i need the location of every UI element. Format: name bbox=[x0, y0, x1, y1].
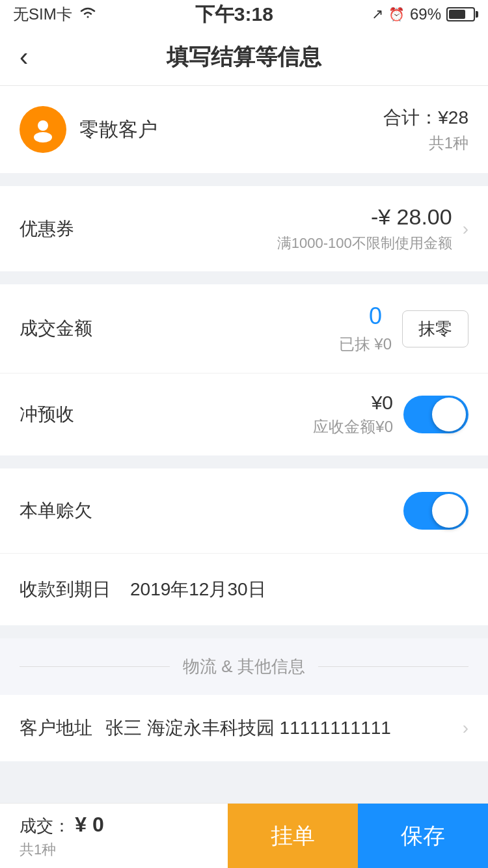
status-bar: 无SIM卡 下午3:18 ↗ ⏰ 69% bbox=[0, 0, 488, 29]
address-chevron-icon: › bbox=[463, 718, 468, 739]
address-section: 客户地址 张三 海淀永丰科技园 11111111111 › bbox=[0, 695, 488, 761]
prereceive-label: 冲预收 bbox=[20, 402, 74, 427]
svg-point-1 bbox=[34, 132, 52, 142]
logistics-label: 物流 & 其他信息 bbox=[183, 655, 305, 678]
wifi-icon bbox=[79, 5, 97, 23]
round-button[interactable]: 抹零 bbox=[402, 310, 468, 347]
save-button[interactable]: 保存 bbox=[358, 804, 488, 869]
coupon-label: 优惠券 bbox=[20, 217, 74, 241]
coupon-discount: -¥ 28.00 bbox=[277, 204, 452, 230]
customer-total: 合计：¥28 bbox=[383, 105, 468, 130]
debt-label: 本单赊欠 bbox=[20, 498, 92, 523]
customer-row: 零散客户 合计：¥28 共1种 bbox=[0, 86, 488, 173]
back-button[interactable]: ‹ bbox=[20, 42, 28, 72]
logistics-header: 物流 & 其他信息 bbox=[0, 638, 488, 695]
location-icon: ↗ bbox=[372, 6, 383, 23]
status-left: 无SIM卡 bbox=[13, 4, 97, 25]
address-label: 客户地址 bbox=[20, 716, 92, 740]
bottom-deal-row: 成交： ¥ 0 bbox=[20, 813, 208, 837]
bottom-bar: 成交： ¥ 0 共1种 挂单 保存 bbox=[0, 803, 488, 868]
customer-name: 零散客户 bbox=[79, 116, 157, 143]
svg-point-0 bbox=[38, 120, 48, 131]
transaction-section: 成交金额 已抹 ¥0 抹零 冲预收 ¥0 应收金额¥0 bbox=[0, 284, 488, 455]
deal-amount: ¥ 0 bbox=[75, 813, 103, 836]
duedate-label: 收款到期日 bbox=[20, 577, 111, 602]
bottom-count: 共1种 bbox=[20, 840, 208, 860]
address-row[interactable]: 客户地址 张三 海淀永丰科技园 11111111111 › bbox=[0, 695, 488, 761]
toggle-knob bbox=[432, 398, 466, 431]
transaction-label: 成交金额 bbox=[20, 316, 92, 341]
debt-section: 本单赊欠 收款到期日 2019年12月30日 bbox=[0, 468, 488, 625]
duedate-value: 2019年12月30日 bbox=[130, 577, 266, 602]
coupon-info: -¥ 28.00 满1000-100不限制使用金额 bbox=[277, 204, 452, 253]
pending-button[interactable]: 挂单 bbox=[228, 804, 358, 869]
battery-icon bbox=[446, 7, 475, 21]
coupon-desc: 满1000-100不限制使用金额 bbox=[277, 234, 452, 253]
battery-fill bbox=[449, 10, 465, 19]
coupon-chevron-icon: › bbox=[463, 219, 468, 239]
address-value: 张三 海淀永丰科技园 11111111111 bbox=[105, 716, 463, 740]
transaction-right: 已抹 ¥0 抹零 bbox=[314, 303, 468, 355]
content: 零散客户 合计：¥28 共1种 优惠券 -¥ 28.00 满1000-100不限… bbox=[0, 86, 488, 852]
transaction-amount-col: 已抹 ¥0 bbox=[314, 303, 392, 355]
sim-label: 无SIM卡 bbox=[13, 4, 72, 25]
transaction-amount-input[interactable] bbox=[314, 303, 392, 330]
battery-percent: 69% bbox=[410, 5, 441, 23]
coupon-row[interactable]: 优惠券 -¥ 28.00 满1000-100不限制使用金额 › bbox=[0, 186, 488, 271]
status-right: ↗ ⏰ 69% bbox=[372, 5, 475, 23]
customer-count: 共1种 bbox=[383, 133, 468, 154]
debt-row: 本单赊欠 bbox=[0, 468, 488, 553]
customer-section: 零散客户 合计：¥28 共1种 bbox=[0, 86, 488, 173]
prereceive-row: 冲预收 ¥0 应收金额¥0 bbox=[0, 373, 488, 455]
status-time: 下午3:18 bbox=[195, 1, 273, 28]
transaction-sub: 已抹 ¥0 bbox=[314, 334, 392, 355]
transaction-row: 成交金额 已抹 ¥0 抹零 bbox=[0, 284, 488, 373]
prereceive-info: ¥0 应收金额¥0 bbox=[313, 392, 393, 437]
debt-toggle-knob bbox=[432, 494, 466, 528]
prereceive-amount: ¥0 bbox=[313, 392, 393, 414]
coupon-section: 优惠券 -¥ 28.00 满1000-100不限制使用金额 › bbox=[0, 186, 488, 271]
logistics-header-line: 物流 & 其他信息 bbox=[20, 655, 468, 678]
prereceive-right: ¥0 应收金额¥0 bbox=[313, 392, 468, 437]
prereceive-toggle[interactable] bbox=[403, 396, 468, 433]
customer-right: 合计：¥28 共1种 bbox=[383, 105, 468, 154]
bottom-info: 成交： ¥ 0 共1种 bbox=[0, 813, 228, 860]
customer-left: 零散客户 bbox=[20, 106, 157, 153]
nav-bar: ‹ 填写结算等信息 bbox=[0, 29, 488, 86]
alarm-icon: ⏰ bbox=[388, 7, 405, 22]
coupon-right-area: -¥ 28.00 满1000-100不限制使用金额 › bbox=[277, 204, 468, 253]
avatar bbox=[20, 106, 66, 153]
debt-toggle[interactable] bbox=[403, 492, 468, 530]
prereceive-sub: 应收金额¥0 bbox=[313, 416, 393, 437]
page-title: 填写结算等信息 bbox=[167, 42, 321, 72]
duedate-row: 收款到期日 2019年12月30日 bbox=[0, 553, 488, 625]
deal-label: 成交： bbox=[20, 816, 70, 835]
